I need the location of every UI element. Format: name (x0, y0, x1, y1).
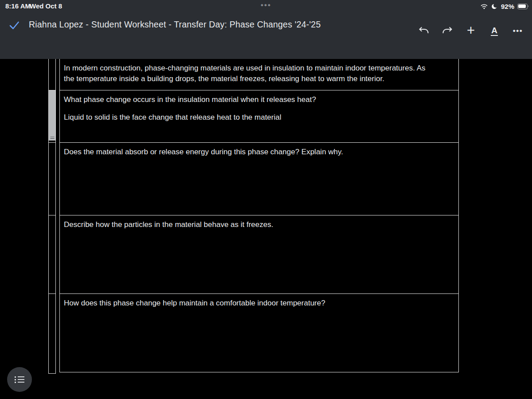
app-header: Riahna Lopez - Student Worksheet - Trans… (0, 12, 532, 37)
row-handle-5[interactable] (49, 294, 55, 373)
battery-icon (517, 4, 528, 9)
format-toolbar: @ B I U S A (0, 37, 532, 59)
undo-button[interactable] (416, 23, 432, 39)
undo-icon (418, 25, 430, 37)
outline-list-icon (15, 375, 24, 384)
format-button[interactable]: A (486, 23, 502, 39)
row-scrubber[interactable] (49, 90, 55, 141)
insert-button[interactable]: + (463, 23, 479, 39)
row-resize-grip-icon[interactable] (50, 136, 54, 139)
more-menu-button[interactable]: ••• (510, 23, 526, 39)
table-cell-question-4[interactable]: How does this phase change help maintain… (60, 294, 458, 372)
plus-icon: + (467, 23, 475, 37)
multitask-dots-icon: ••• (0, 1, 532, 10)
cell-paragraph: Describe how the particles in the materi… (64, 219, 433, 230)
done-check-button[interactable] (8, 19, 20, 31)
row-handle-3[interactable] (49, 143, 55, 215)
row-handle-1[interactable] (49, 59, 55, 90)
redo-button[interactable] (439, 23, 455, 39)
status-bar: 8:16 AM Wed Oct 8 ••• 92% (0, 0, 532, 12)
format-a-icon: A (491, 26, 498, 36)
worksheet-table: In modern construction, phase-changing m… (59, 59, 459, 372)
row-handle-4[interactable] (49, 215, 55, 294)
cell-paragraph-answer: Liquid to solid is the face change that … (64, 112, 433, 123)
cell-paragraph: How does this phase change help maintain… (64, 298, 433, 309)
table-cell-question-3[interactable]: Describe how the particles in the materi… (60, 215, 458, 294)
table-cell-question-2[interactable]: Does the material absorb or release ener… (60, 143, 458, 215)
focus-moon-icon (491, 3, 498, 10)
top-chrome: 8:16 AM Wed Oct 8 ••• 92% (0, 0, 532, 59)
cell-paragraph: Does the material absorb or release ener… (64, 147, 433, 157)
screen: 8:16 AM Wed Oct 8 ••• 92% (0, 0, 532, 399)
cell-paragraph: What phase change occurs in the insulati… (64, 94, 433, 105)
document-title[interactable]: Riahna Lopez - Student Worksheet - Trans… (29, 20, 321, 30)
table-cell-intro[interactable]: In modern construction, phase-changing m… (60, 59, 458, 90)
document-canvas[interactable]: In modern construction, phase-changing m… (0, 59, 532, 399)
battery-percent: 92% (501, 3, 514, 10)
more-dots-icon: ••• (513, 27, 523, 35)
redo-icon (442, 25, 453, 37)
table-row-handle-strip (48, 59, 56, 374)
document-outline-button[interactable] (7, 367, 32, 392)
wifi-icon (480, 3, 488, 9)
table-cell-question-1[interactable]: What phase change occurs in the insulati… (60, 90, 458, 143)
cell-paragraph: In modern construction, phase-changing m… (64, 63, 433, 84)
row-handle-2[interactable] (49, 90, 55, 143)
